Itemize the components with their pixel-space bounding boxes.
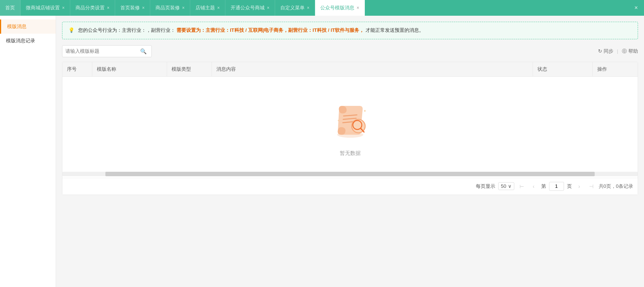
tab-label-template-msg: 公众号模版消息	[320, 4, 354, 11]
tab-template-msg[interactable]: 公众号模版消息×	[315, 0, 365, 16]
tab-close-product-decor[interactable]: ×	[182, 5, 185, 10]
last-page-button[interactable]: ⊣	[587, 182, 596, 191]
next-page-button[interactable]: ›	[575, 182, 584, 191]
th-index: 序号	[62, 62, 92, 76]
notice-icon: 💡	[68, 27, 74, 33]
tab-close-shop-theme[interactable]: ×	[217, 5, 220, 10]
page-size-label: 每页显示	[476, 183, 495, 190]
help-icon: ⓪	[622, 48, 627, 55]
tab-bar: 首页微商城店铺设置×商品分类设置×首页装修×商品页装修×店铺主题×开通公众号商城…	[0, 0, 644, 16]
page-label: 第	[541, 183, 546, 190]
help-button[interactable]: ⓪ 帮助	[622, 48, 638, 55]
th-status: 状态	[533, 62, 593, 76]
empty-state: ✦ ✦ 暂无数据	[62, 77, 638, 172]
sidebar-item-template-msg[interactable]: 模版消息	[0, 19, 56, 34]
table-header: 序号 模版名称 模版类型 消息内容 状态 操作	[62, 62, 638, 77]
search-actions: ↻ 同步 | ⓪ 帮助	[598, 48, 638, 55]
prev-page-button[interactable]: ‹	[529, 182, 538, 191]
close-all-button[interactable]: ×	[628, 0, 644, 16]
tab-shop-settings[interactable]: 微商城店铺设置×	[21, 0, 70, 16]
tab-close-home-decor[interactable]: ×	[142, 5, 145, 10]
tab-shop-theme[interactable]: 店铺主题×	[190, 0, 225, 16]
industry-notice: 💡 您的公众号行业为：主营行业：，副营行业： 需要设置为：主营行业：IT科技 /…	[62, 22, 638, 39]
content-area: 💡 您的公众号行业为：主营行业：，副营行业： 需要设置为：主营行业：IT科技 /…	[56, 16, 644, 287]
th-content: 消息内容	[212, 62, 533, 76]
page-size-value: 50	[501, 183, 506, 189]
tab-home[interactable]: 首页	[0, 0, 21, 16]
divider: |	[617, 48, 618, 54]
sidebar: 模版消息模版消息记录	[0, 16, 56, 287]
pagination: 每页显示 50 ∨ ⊢ ‹ 第 页 › ⊣ 共0页，0条记录	[62, 178, 638, 195]
tab-close-template-msg[interactable]: ×	[357, 5, 359, 10]
tab-label-home: 首页	[5, 4, 15, 11]
svg-text:✦: ✦	[337, 119, 340, 122]
main-layout: 模版消息模版消息记录 💡 您的公众号行业为：主营行业：，副营行业： 需要设置为：…	[0, 16, 644, 287]
page-input[interactable]	[549, 182, 564, 191]
tab-label-open-mall: 开通公众号商城	[231, 4, 265, 11]
sync-icon: ↻	[598, 48, 602, 54]
total-info: 共0页，0条记录	[599, 183, 633, 190]
page-size-select[interactable]: 50 ∨	[498, 182, 514, 190]
tab-label-home-decor: 首页装修	[120, 4, 140, 11]
tab-custom-menu[interactable]: 自定义菜单×	[275, 0, 315, 16]
tab-label-shop-theme: 店铺主题	[195, 4, 215, 11]
sync-label: 同步	[604, 48, 613, 55]
tab-home-decor[interactable]: 首页装修×	[115, 0, 150, 16]
tab-label-shop-settings: 微商城店铺设置	[26, 4, 60, 11]
search-icon[interactable]: 🔍	[140, 48, 147, 54]
empty-text: 暂无数据	[340, 150, 361, 157]
search-input[interactable]	[65, 48, 140, 54]
tab-open-mall[interactable]: 开通公众号商城×	[225, 0, 275, 16]
th-action: 操作	[593, 62, 638, 76]
notice-text2: 才能正常发送预置的消息。	[366, 27, 424, 33]
empty-icon: ✦ ✦	[328, 99, 373, 144]
tab-close-open-mall[interactable]: ×	[267, 5, 269, 10]
th-type: 模版类型	[167, 62, 212, 76]
tab-product-decor[interactable]: 商品页装修×	[150, 0, 190, 16]
tab-label-category-settings: 商品分类设置	[76, 4, 105, 11]
template-table: 序号 模版名称 模版类型 消息内容 状态 操作	[62, 62, 638, 195]
scrollbar-thumb	[105, 172, 594, 176]
tab-category-settings[interactable]: 商品分类设置×	[70, 0, 115, 16]
first-page-button[interactable]: ⊢	[517, 182, 526, 191]
horizontal-scrollbar[interactable]	[62, 172, 638, 176]
search-bar: 🔍 ↻ 同步 | ⓪ 帮助	[62, 45, 638, 57]
notice-highlight: 需要设置为：主营行业：IT科技 / 互联网|电子商务，副营行业：IT科技 / I…	[176, 27, 364, 33]
tab-label-custom-menu: 自定义菜单	[280, 4, 305, 11]
tab-label-product-decor: 商品页装修	[155, 4, 180, 11]
notice-text1: 您的公众号行业为：主营行业：，副营行业：	[78, 27, 175, 33]
sync-button[interactable]: ↻ 同步	[598, 48, 613, 55]
tab-close-custom-menu[interactable]: ×	[307, 5, 309, 10]
sidebar-item-template-msg-record[interactable]: 模版消息记录	[0, 34, 56, 48]
svg-text:✦: ✦	[363, 109, 366, 113]
th-name: 模版名称	[92, 62, 167, 76]
search-input-wrap: 🔍	[62, 45, 152, 57]
page-label2: 页	[567, 183, 572, 190]
tab-close-shop-settings[interactable]: ×	[62, 5, 65, 10]
help-label: 帮助	[628, 48, 638, 55]
page-size-chevron: ∨	[508, 183, 512, 189]
tab-close-category-settings[interactable]: ×	[107, 5, 110, 10]
